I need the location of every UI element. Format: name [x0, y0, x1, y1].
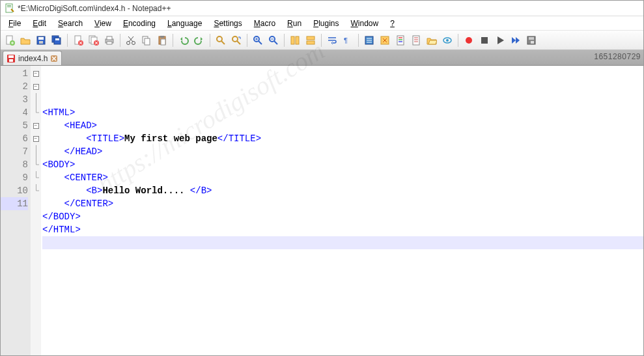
copy-button[interactable]: [139, 33, 154, 48]
line-number: 3: [1, 93, 28, 106]
cut-button[interactable]: [124, 33, 138, 48]
code-line[interactable]: </BODY>: [42, 210, 643, 223]
fold-marker[interactable]: −: [31, 67, 41, 80]
menu-item[interactable]: Language: [161, 18, 208, 29]
save-file-button[interactable]: [34, 33, 48, 48]
line-number: 1: [1, 67, 28, 80]
fold-marker: [31, 184, 41, 197]
code-line[interactable]: <HEAD>: [42, 119, 643, 132]
play-multi-button[interactable]: [509, 33, 523, 48]
app-icon: [5, 3, 15, 14]
svg-rect-7: [39, 41, 43, 44]
menu-item[interactable]: View: [89, 18, 117, 29]
find-icon: [216, 35, 226, 46]
menu-item[interactable]: File: [3, 18, 27, 29]
redo-button[interactable]: [192, 33, 206, 48]
new-file-button[interactable]: [3, 33, 17, 48]
find-button[interactable]: [214, 33, 228, 48]
code-line[interactable]: [42, 236, 643, 249]
svg-rect-2: [7, 7, 11, 7]
line-number: 5: [1, 119, 28, 132]
svg-rect-48: [531, 41, 534, 44]
close-file-button[interactable]: [71, 33, 85, 48]
indent-guide-icon: [364, 35, 374, 46]
monitor-button[interactable]: [440, 33, 455, 48]
play-macro-button[interactable]: [493, 33, 507, 48]
zoom-out-button[interactable]: [266, 33, 281, 48]
sync-h-button[interactable]: [303, 33, 318, 48]
save-macro-button[interactable]: [524, 33, 539, 48]
toolbar-separator: [247, 34, 247, 47]
tab-close-button[interactable]: [50, 55, 58, 62]
menu-bar: FileEditSearchViewEncodingLanguageSettin…: [1, 16, 643, 31]
svg-rect-38: [399, 37, 402, 38]
folder-open-button[interactable]: [425, 33, 439, 48]
user-lang-icon: [380, 35, 390, 46]
indent-guide-button[interactable]: [362, 33, 376, 48]
show-all-button[interactable]: ¶: [341, 33, 355, 48]
code-line[interactable]: </HEAD>: [42, 145, 643, 158]
code-line[interactable]: <B>Hello World.... </B>: [42, 184, 643, 197]
toolbar-separator: [210, 34, 210, 47]
stop-macro-button[interactable]: [477, 33, 492, 48]
folder-open-icon: [427, 35, 437, 46]
menu-item[interactable]: Plugins: [307, 18, 344, 29]
svg-point-20: [132, 41, 135, 44]
menu-item[interactable]: Search: [52, 18, 89, 29]
svg-rect-0: [6, 4, 12, 12]
tab-bar: index4.h 1651280729: [1, 50, 643, 66]
code-line[interactable]: </HTML>: [42, 223, 643, 236]
tabbar-counter: 1651280729: [594, 52, 641, 61]
fold-marker[interactable]: −: [31, 80, 41, 93]
svg-rect-33: [307, 41, 315, 44]
menu-item[interactable]: Settings: [208, 18, 247, 29]
print-button[interactable]: [102, 33, 117, 48]
menu-item[interactable]: Macro: [248, 18, 281, 29]
user-lang-button[interactable]: [378, 33, 392, 48]
svg-rect-51: [9, 59, 13, 62]
svg-rect-39: [399, 39, 402, 40]
svg-rect-25: [161, 39, 165, 45]
record-macro-button[interactable]: [462, 33, 476, 48]
zoom-out-icon: [268, 35, 279, 46]
svg-rect-45: [481, 37, 488, 44]
doc-map-button[interactable]: [393, 33, 408, 48]
code-line[interactable]: <BODY>: [42, 158, 643, 171]
fold-marker[interactable]: −: [31, 132, 41, 145]
code-line[interactable]: <CENTER>: [42, 171, 643, 184]
code-line[interactable]: <HTML>: [42, 106, 643, 119]
code-line[interactable]: </CENTER>: [42, 197, 643, 210]
redo-icon: [194, 35, 204, 46]
menu-item[interactable]: Run: [281, 18, 307, 29]
zoom-in-button[interactable]: [251, 33, 265, 48]
editor[interactable]: 1234567891011 −−−− https://microdigisoft…: [1, 66, 643, 356]
func-list-button[interactable]: [409, 33, 423, 48]
paste-button[interactable]: [155, 33, 169, 48]
save-macro-icon: [526, 35, 537, 46]
menu-item[interactable]: ?: [384, 18, 400, 29]
svg-rect-18: [107, 42, 112, 44]
word-wrap-button[interactable]: [325, 33, 339, 48]
sync-v-icon: [290, 35, 300, 46]
code-area[interactable]: https://microdigisoft.com <HTML> <HEAD> …: [41, 66, 643, 356]
close-all-button[interactable]: [87, 33, 101, 48]
code-line[interactable]: <TITLE>My first web page</TITLE>: [42, 132, 643, 145]
undo-button[interactable]: [176, 33, 191, 48]
unsaved-icon: [7, 54, 16, 63]
svg-rect-1: [7, 5, 11, 6]
toolbar-separator: [173, 34, 173, 47]
new-file-icon: [5, 35, 15, 46]
sync-v-button[interactable]: [288, 33, 302, 48]
open-file-button[interactable]: [18, 33, 33, 48]
save-all-button[interactable]: [49, 33, 64, 48]
save-file-icon: [36, 35, 46, 46]
menu-item[interactable]: Encoding: [117, 18, 161, 29]
replace-button[interactable]: [229, 33, 244, 48]
title-bar: *E:\MicroDigiSoft.com\index4.h - Notepad…: [1, 1, 643, 16]
menu-item[interactable]: Window: [345, 18, 385, 29]
file-tab[interactable]: index4.h: [3, 51, 62, 65]
tab-label: index4.h: [18, 54, 48, 63]
menu-item[interactable]: Edit: [27, 18, 52, 29]
fold-marker[interactable]: −: [31, 119, 41, 132]
copy-icon: [141, 35, 152, 46]
